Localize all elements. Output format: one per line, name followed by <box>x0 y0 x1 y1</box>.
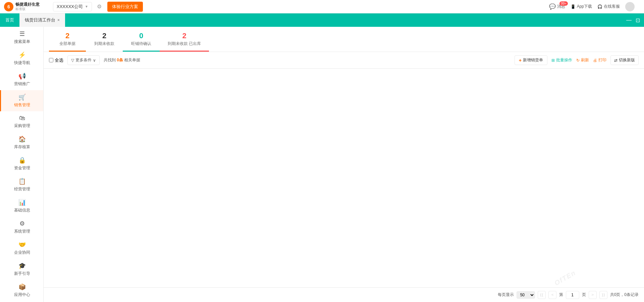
page-size-label: 每页显示 <box>498 292 514 298</box>
filter-icon: ▽ <box>71 58 74 63</box>
logo-icon: 6 <box>4 2 13 11</box>
next-page-button[interactable]: ＞ <box>589 291 597 299</box>
pagination: 每页显示 50 100 200 ⟨⟨ ＜ 第 页 ＞ ⟩⟩ 共0页，0条记录 <box>44 287 644 302</box>
select-all-checkbox[interactable]: 全选 <box>49 57 63 63</box>
app-center-icon: 📦 <box>18 283 26 291</box>
logo-sub: 标准版 <box>15 7 40 11</box>
page-number-input[interactable] <box>566 291 579 299</box>
sidebar-item-system[interactable]: ⚙ 系统管理 <box>0 217 43 238</box>
marketing-icon: 📢 <box>18 72 26 80</box>
sidebar-item-app-center[interactable]: 📦 应用中心 <box>0 280 43 301</box>
table-area <box>44 69 644 287</box>
switch-icon: ⇄ <box>614 58 618 63</box>
app-download-button[interactable]: 📱 App下载 <box>571 4 592 9</box>
online-service-button[interactable]: 🎧 在线客服 <box>597 4 620 9</box>
found-text: 共找到 0条 相关单据 <box>104 57 140 63</box>
content-area: 2 全部单据 2 到期未收款 0 旺铺待确认 2 到期未收款 已出库 全选 <box>44 27 644 302</box>
stat-tabs: 2 全部单据 2 到期未收款 0 旺铺待确认 2 到期未收款 已出库 <box>44 27 644 52</box>
sidebar-item-sales[interactable]: 🛒 销售管理 <box>0 90 43 111</box>
main-layout: ☰ 搜索菜单 ⚡ 快捷导航 📢 营销推广 🛒 销售管理 🛍 采购管理 🏠 库存核… <box>0 27 644 302</box>
top-bar: 6 畅捷通好生意 标准版 XXXXXX公司 ▼ ⚙ 体验行业方案 💬 消息 99… <box>0 0 644 13</box>
bell-icon: 💬 <box>549 3 556 10</box>
batch-operation-button[interactable]: ⊞ 批量操作 <box>551 57 572 63</box>
sidebar-item-marketing[interactable]: 📢 营销推广 <box>0 69 43 90</box>
tab-close-icon[interactable]: × <box>57 18 60 22</box>
stat-label-wangpu: 旺铺待确认 <box>131 41 152 47</box>
sidebar: ☰ 搜索菜单 ⚡ 快捷导航 📢 营销推广 🛒 销售管理 🛍 采购管理 🏠 库存核… <box>0 27 44 302</box>
company-name: XXXXXX公司 <box>57 4 83 10</box>
select-all-input[interactable] <box>49 58 53 62</box>
beginner-icon: 🎓 <box>18 262 26 269</box>
stat-num-all: 2 <box>57 32 78 40</box>
inventory-icon: 🏠 <box>18 135 26 143</box>
sidebar-item-quick-nav[interactable]: ⚡ 快捷导航 <box>0 48 43 69</box>
page-label: 第 <box>559 292 563 298</box>
total-label: 共0页，0条记录 <box>610 292 639 298</box>
sidebar-item-operations[interactable]: 📋 经营管理 <box>0 174 43 195</box>
logo-main: 畅捷通好生意 <box>15 2 40 7</box>
settings-button[interactable]: ⚙ <box>95 2 104 11</box>
stat-tab-shipped[interactable]: 2 到期未收款 已出库 <box>160 29 209 52</box>
user-avatar[interactable] <box>625 2 635 11</box>
select-all-label: 全选 <box>55 57 63 63</box>
system-icon: ⚙ <box>19 220 25 227</box>
company-selector[interactable]: XXXXXX公司 ▼ <box>53 2 92 11</box>
stat-label-shipped: 到期未收款 已出库 <box>168 41 201 47</box>
plus-icon: + <box>519 58 522 63</box>
stat-num-overdue: 2 <box>94 32 115 40</box>
notification-button[interactable]: 💬 消息 99+ <box>549 3 565 10</box>
last-page-button[interactable]: ⟩⟩ <box>599 291 607 299</box>
page-suffix: 页 <box>582 292 586 298</box>
print-button[interactable]: 🖨 打印 <box>593 57 606 63</box>
basic-info-icon: 📊 <box>18 199 26 206</box>
prev-page-button[interactable]: ＜ <box>548 291 556 299</box>
found-count: 0条 <box>117 58 123 62</box>
stat-label-overdue: 到期未收款 <box>94 41 115 47</box>
tab-home[interactable]: 首页 <box>0 13 19 27</box>
stat-tab-wangpu[interactable]: 0 旺铺待确认 <box>123 29 160 52</box>
more-conditions-button[interactable]: ▽ 更多条件 ∨ <box>67 55 100 65</box>
search-menu-icon: ☰ <box>19 30 25 38</box>
sidebar-item-search[interactable]: ☰ 搜索菜单 <box>0 27 43 48</box>
chevron-down-icon: ∨ <box>93 58 96 63</box>
sidebar-item-basic-info[interactable]: 📊 基础信息 <box>0 195 43 217</box>
sidebar-item-inventory[interactable]: 🏠 库存核算 <box>0 132 43 153</box>
batch-icon: ⊞ <box>551 58 555 63</box>
tab-maximize-button[interactable]: ⊡ <box>636 17 640 23</box>
phone-icon: 📱 <box>571 4 576 9</box>
stat-label-all: 全部单据 <box>57 41 78 47</box>
stat-num-wangpu: 0 <box>131 32 152 40</box>
finance-icon: 🔒 <box>18 157 26 164</box>
sales-icon: 🛒 <box>18 94 26 101</box>
trial-button[interactable]: 体验行业方案 <box>107 2 143 12</box>
page-size-select[interactable]: 50 100 200 <box>517 291 535 299</box>
sidebar-item-finance[interactable]: 🔒 资金管理 <box>0 153 43 174</box>
notification-badge: 99+ <box>559 1 568 6</box>
sidebar-item-enterprise[interactable]: 🤝 企业协同 <box>0 238 43 259</box>
tab-bar-actions: — ⊡ <box>626 17 644 23</box>
switch-version-button[interactable]: ⇄ 切换新版 <box>610 55 639 65</box>
tab-bar: 首页 钱货日清工作台 × — ⊡ <box>0 13 644 27</box>
add-sales-order-button[interactable]: + 新增销货单 <box>515 55 547 65</box>
sidebar-item-beginner[interactable]: 🎓 新手引导 <box>0 259 43 280</box>
enterprise-icon: 🤝 <box>18 241 26 248</box>
refresh-button[interactable]: ↻ 刷新 <box>576 57 589 63</box>
sidebar-item-purchase[interactable]: 🛍 采购管理 <box>0 111 43 132</box>
operations-icon: 📋 <box>18 178 26 185</box>
dropdown-arrow-icon: ▼ <box>85 5 88 8</box>
top-right-area: 💬 消息 99+ 📱 App下载 🎧 在线客服 <box>549 2 640 11</box>
tab-workbench[interactable]: 钱货日清工作台 × <box>19 13 65 27</box>
headset-icon: 🎧 <box>597 4 602 9</box>
first-page-button[interactable]: ⟨⟨ <box>538 291 546 299</box>
refresh-icon: ↻ <box>576 58 580 63</box>
logo-area: 6 畅捷通好生意 标准版 <box>4 2 48 11</box>
print-icon: 🖨 <box>593 58 597 63</box>
purchase-icon: 🛍 <box>19 115 25 122</box>
tab-minimize-button[interactable]: — <box>626 17 632 23</box>
quick-nav-icon: ⚡ <box>18 51 26 59</box>
stat-tab-overdue[interactable]: 2 到期未收款 <box>86 29 123 52</box>
toolbar-right: + 新增销货单 ⊞ 批量操作 ↻ 刷新 🖨 打印 ⇄ 切换新版 <box>515 55 639 65</box>
stat-tab-all[interactable]: 2 全部单据 <box>49 29 86 52</box>
toolbar: 全选 ▽ 更多条件 ∨ 共找到 0条 相关单据 + 新增销货单 ⊞ 批量操作 <box>44 52 644 69</box>
stat-num-shipped: 2 <box>168 32 201 40</box>
